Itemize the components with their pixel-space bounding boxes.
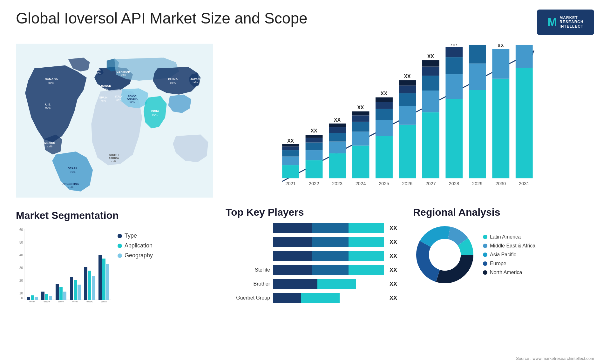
svg-rect-114: [35, 297, 38, 300]
player-bar-seg-3c: [349, 251, 384, 261]
legend-label-type: Type: [125, 233, 137, 239]
svg-text:0: 0: [21, 296, 23, 300]
svg-text:2029: 2029: [472, 181, 483, 186]
chart-section: XX 2021 XX 2022: [219, 41, 594, 200]
svg-rect-86: [445, 57, 463, 74]
svg-text:XX: XX: [427, 54, 434, 59]
reg-label-mea: Middle East & Africa: [490, 243, 535, 249]
svg-text:xx%: xx%: [170, 81, 176, 84]
player-bar-1: [273, 223, 384, 233]
player-bar-seg-4a: [273, 265, 312, 275]
svg-rect-128: [84, 267, 87, 300]
logo-line2: RESEARCH: [559, 20, 583, 24]
svg-text:xx%: xx%: [101, 99, 106, 102]
player-row-guerbet: Guerbet Group XX: [226, 293, 397, 303]
svg-text:BRAZIL: BRAZIL: [68, 167, 78, 170]
svg-text:xx%: xx%: [121, 73, 126, 77]
svg-rect-37: [282, 150, 299, 157]
svg-text:SPAIN: SPAIN: [99, 96, 107, 99]
svg-text:XX: XX: [357, 105, 364, 110]
reg-label-apac: Asia Pacific: [490, 252, 516, 258]
regional-content: Latin America Middle East & Africa Asia …: [413, 223, 591, 286]
player-bar-seg-4c: [349, 265, 384, 275]
svg-rect-73: [399, 85, 416, 93]
svg-rect-72: [399, 93, 416, 106]
svg-rect-51: [329, 133, 346, 141]
reg-label-na: North America: [490, 270, 522, 275]
svg-text:xx%: xx%: [193, 81, 198, 84]
svg-rect-99: [516, 68, 533, 178]
svg-text:2022: 2022: [309, 181, 319, 186]
svg-text:AFRICA: AFRICA: [109, 157, 119, 160]
reg-legend-middle-east: Middle East & Africa: [483, 243, 535, 249]
svg-text:MEXICO: MEXICO: [44, 141, 55, 145]
svg-rect-112: [27, 297, 30, 300]
svg-text:2031: 2031: [519, 181, 529, 186]
bottom-left: Market Segmentation 60 50 40 30 20 10 0: [16, 206, 213, 307]
svg-rect-129: [88, 271, 91, 300]
svg-rect-117: [45, 294, 48, 300]
svg-text:XX: XX: [381, 91, 387, 96]
svg-text:XX: XX: [404, 74, 411, 79]
svg-text:2026: 2026: [402, 181, 413, 186]
player-xx-3: XX: [390, 253, 397, 260]
regional-section: Regional Analysis: [410, 206, 594, 307]
player-bar-seg-5b: [317, 279, 356, 289]
bar-chart-svg: XX 2021 XX 2022: [226, 44, 588, 197]
svg-rect-121: [59, 287, 63, 300]
svg-rect-125: [74, 280, 77, 300]
svg-text:XX: XX: [287, 138, 294, 144]
regional-title: Regional Analysis: [413, 206, 591, 218]
player-bar-3: [273, 251, 384, 261]
svg-rect-113: [31, 295, 34, 300]
svg-rect-50: [329, 142, 346, 153]
svg-rect-70: [399, 125, 416, 178]
reg-legend-north-america: North America: [483, 270, 535, 275]
svg-text:xx%: xx%: [116, 98, 122, 101]
svg-rect-59: [352, 115, 369, 122]
svg-text:xx%: xx%: [130, 100, 135, 104]
player-bar-seg-4b: [312, 265, 349, 275]
logo-box: M MARKET RESEARCH INTELLECT: [537, 10, 594, 35]
svg-rect-81: [422, 60, 439, 67]
svg-text:xx%: xx%: [47, 145, 52, 148]
svg-text:2023: 2023: [58, 300, 64, 302]
player-bar-seg-1c: [349, 223, 384, 233]
player-name-guerbet: Guerbet Group: [226, 295, 270, 301]
regional-legend: Latin America Middle East & Africa Asia …: [483, 234, 535, 275]
svg-text:JAPAN: JAPAN: [190, 78, 200, 81]
segmentation-area: 60 50 40 30 20 10 0 2021: [16, 226, 213, 302]
svg-rect-77: [422, 112, 439, 179]
svg-text:60: 60: [19, 228, 23, 232]
svg-rect-95: [492, 79, 509, 178]
svg-rect-116: [41, 292, 44, 300]
legend-item-geography: Geography: [118, 252, 153, 259]
player-xx-1: XX: [390, 225, 397, 232]
svg-text:2021: 2021: [285, 181, 296, 186]
svg-text:XX: XX: [497, 44, 504, 48]
svg-rect-84: [445, 99, 463, 178]
svg-rect-132: [98, 255, 102, 300]
player-bar-seg-6a: [273, 293, 301, 303]
player-bar-6: [273, 293, 384, 303]
seg-legend: Type Application Geography: [118, 226, 153, 259]
svg-rect-42: [306, 160, 323, 178]
svg-rect-74: [399, 80, 416, 86]
svg-rect-44: [306, 143, 323, 150]
reg-legend-latin-america: Latin America: [483, 234, 535, 240]
svg-rect-100: [516, 45, 533, 68]
svg-text:SOUTH: SOUTH: [109, 153, 119, 157]
legend-item-type: Type: [118, 233, 153, 239]
player-bar-seg-2b: [312, 237, 349, 247]
seg-chart: 60 50 40 30 20 10 0 2021: [16, 226, 111, 302]
player-bar-2: [273, 237, 384, 247]
player-bar-seg-5a: [273, 279, 317, 289]
player-bar-4: [273, 265, 384, 275]
map-section: CANADA xx% U.S. xx% MEXICO xx% BRAZIL xx…: [16, 41, 213, 200]
svg-rect-126: [78, 285, 81, 300]
legend-label-geography: Geography: [125, 252, 153, 259]
svg-text:INDIA: INDIA: [151, 109, 159, 113]
svg-text:10: 10: [19, 292, 23, 295]
bottom-middle: Top Key Players XX: [219, 206, 594, 307]
svg-text:ARABIA: ARABIA: [127, 97, 138, 100]
